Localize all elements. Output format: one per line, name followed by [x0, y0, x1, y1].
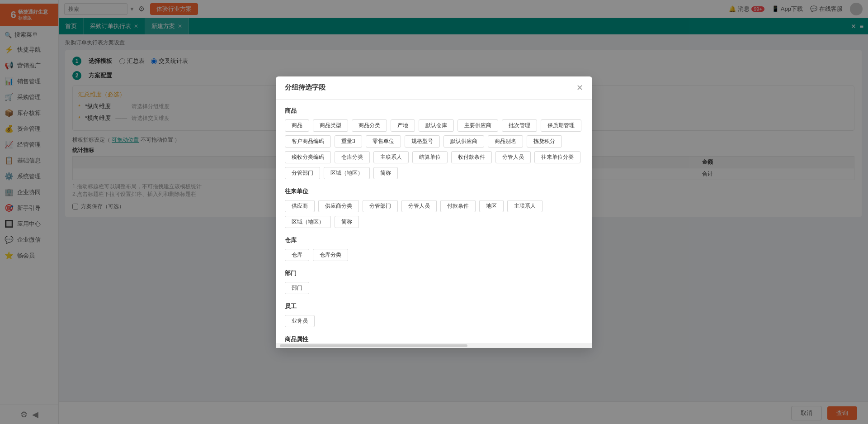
chip-product-6[interactable]: 批次管理 — [502, 119, 537, 132]
chip-product-10[interactable]: 零售单位 — [366, 135, 401, 148]
section-partner-title: 往来单位 — [285, 187, 583, 195]
field-select-modal: 分组待选字段 ✕ 商品 商品 商品类型 商品分类 产地 默认仓库 主要供应商 批… — [276, 76, 592, 348]
chip-product-24[interactable]: 简称 — [373, 167, 398, 179]
chip-product-2[interactable]: 商品分类 — [352, 119, 387, 132]
chip-product-7[interactable]: 保质期管理 — [541, 119, 581, 132]
section-warehouse-chips: 仓库 仓库分类 — [285, 249, 583, 261]
chip-product-3[interactable]: 产地 — [391, 119, 415, 132]
chip-department-0[interactable]: 部门 — [285, 282, 309, 294]
chip-product-1[interactable]: 商品类型 — [313, 119, 348, 132]
section-department-chips: 部门 — [285, 282, 583, 294]
chip-product-13[interactable]: 商品别名 — [488, 135, 523, 148]
chip-product-14[interactable]: 拣货积分 — [527, 135, 562, 148]
chip-product-11[interactable]: 规格型号 — [405, 135, 440, 148]
chip-partner-2[interactable]: 分管部门 — [363, 200, 398, 212]
chip-partner-7[interactable]: 区域（地区） — [285, 216, 331, 228]
chip-product-16[interactable]: 仓库分类 — [335, 151, 370, 163]
section-department: 部门 部门 — [285, 269, 583, 294]
chip-warehouse-0[interactable]: 仓库 — [285, 249, 309, 261]
section-warehouse-title: 仓库 — [285, 236, 583, 244]
chip-product-17[interactable]: 主联系人 — [373, 151, 409, 163]
chip-product-12[interactable]: 默认供应商 — [443, 135, 484, 148]
chip-partner-1[interactable]: 供应商分类 — [318, 200, 359, 212]
chip-product-18[interactable]: 结算单位 — [412, 151, 448, 163]
chip-product-0[interactable]: 商品 — [285, 119, 309, 132]
chip-product-23[interactable]: 区域（地区） — [324, 167, 370, 179]
chip-partner-3[interactable]: 分管人员 — [401, 200, 437, 212]
chip-warehouse-1[interactable]: 仓库分类 — [313, 249, 348, 261]
section-product-chips: 商品 商品类型 商品分类 产地 默认仓库 主要供应商 批次管理 保质期管理 客户… — [285, 119, 583, 179]
chip-product-8[interactable]: 客户商品编码 — [285, 135, 331, 148]
section-warehouse: 仓库 仓库 仓库分类 — [285, 236, 583, 261]
section-product-attr: 商品属性 属性 颜色 多规格 尺码 鞋码 1 — [285, 335, 583, 343]
chip-partner-4[interactable]: 付款条件 — [440, 200, 476, 212]
chip-employee-0[interactable]: 业务员 — [285, 315, 315, 327]
chip-product-15[interactable]: 税收分类编码 — [285, 151, 331, 163]
modal-overlay: 分组待选字段 ✕ 商品 商品 商品类型 商品分类 产地 默认仓库 主要供应商 批… — [0, 0, 868, 424]
modal-close-button[interactable]: ✕ — [576, 83, 583, 93]
chip-product-22[interactable]: 分管部门 — [285, 167, 320, 179]
modal-body[interactable]: 商品 商品 商品类型 商品分类 产地 默认仓库 主要供应商 批次管理 保质期管理… — [276, 100, 592, 343]
modal-title: 分组待选字段 — [285, 83, 326, 92]
chip-product-5[interactable]: 主要供应商 — [458, 119, 498, 132]
modal-horizontal-scrollbar[interactable] — [276, 343, 592, 348]
chip-product-9[interactable]: 重量3 — [335, 135, 362, 148]
chip-product-4[interactable]: 默认仓库 — [419, 119, 454, 132]
section-partner: 往来单位 供应商 供应商分类 分管部门 分管人员 付款条件 地区 主联系人 区域… — [285, 187, 583, 228]
section-product: 商品 商品 商品类型 商品分类 产地 默认仓库 主要供应商 批次管理 保质期管理… — [285, 107, 583, 179]
modal-header: 分组待选字段 ✕ — [276, 76, 592, 100]
section-product-title: 商品 — [285, 107, 583, 115]
chip-partner-8[interactable]: 简称 — [335, 216, 359, 228]
chip-partner-6[interactable]: 主联系人 — [507, 200, 542, 212]
modal-hscroll-thumb[interactable] — [280, 344, 467, 347]
chip-partner-0[interactable]: 供应商 — [285, 200, 315, 212]
chip-product-21[interactable]: 往来单位分类 — [534, 151, 580, 163]
section-partner-chips: 供应商 供应商分类 分管部门 分管人员 付款条件 地区 主联系人 区域（地区） … — [285, 200, 583, 228]
section-department-title: 部门 — [285, 269, 583, 277]
section-product-attr-title: 商品属性 — [285, 335, 583, 343]
section-employee-chips: 业务员 — [285, 315, 583, 327]
chip-product-19[interactable]: 收付款条件 — [451, 151, 492, 163]
chip-product-20[interactable]: 分管人员 — [495, 151, 531, 163]
section-employee: 员工 业务员 — [285, 302, 583, 327]
chip-partner-5[interactable]: 地区 — [479, 200, 504, 212]
section-employee-title: 员工 — [285, 302, 583, 310]
